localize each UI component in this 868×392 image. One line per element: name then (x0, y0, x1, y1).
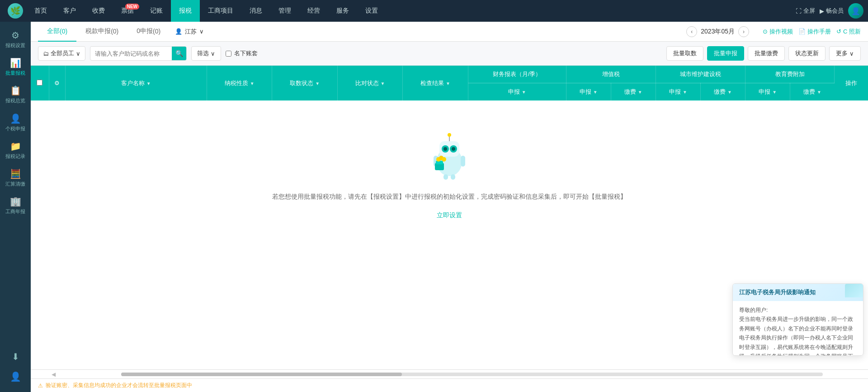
filter-arrow-icon: ∨ (211, 50, 215, 57)
nav-item-industry[interactable]: 工商项目 (200, 0, 241, 22)
sidebar-item-tax-overview[interactable]: 📋 报税总览 (0, 81, 31, 108)
manual-icon: 📄 (798, 28, 806, 35)
video-action[interactable]: ⊙ 操作视频 (763, 28, 793, 36)
date-display: 2023年05月 (701, 28, 735, 36)
header-edu-pay: 缴费▼ (790, 83, 835, 101)
nav-item-invoice[interactable]: 票据 NEW (113, 0, 142, 22)
account-checkbox[interactable] (226, 51, 231, 57)
date-nav: ‹ 2023年05月 › (682, 26, 754, 37)
svg-point-7 (448, 133, 451, 137)
employee-selector[interactable]: 🗂 全部员工 ∨ (38, 46, 85, 61)
search-input[interactable] (90, 46, 172, 61)
filter-icon-fetch[interactable]: ▼ (315, 81, 320, 86)
manual-action[interactable]: 📄 操作手册 (798, 28, 831, 36)
account-checkbox-label[interactable]: 名下账套 (226, 49, 258, 57)
notification-corner-decoration (845, 284, 863, 297)
region-arrow-icon: ∨ (199, 28, 204, 35)
filter-icon-compare[interactable]: ▼ (381, 81, 385, 86)
header-financial-declare: 申报▼ (468, 83, 566, 101)
header-tax-nature: 纳税性质▼ (207, 66, 272, 100)
filter-button[interactable]: 筛选 ∨ (191, 46, 221, 61)
nav-item-message[interactable]: 消息 (241, 0, 270, 22)
filter-icon-vd[interactable]: ▼ (593, 90, 598, 95)
tab-bar: 全部(0) 税款申报(0) 0申报(0) 👤 江苏 ∨ ‹ 2023年05月 › (31, 22, 868, 42)
filter-icon-vp[interactable]: ▼ (638, 90, 642, 95)
nav-item-accounting[interactable]: 记账 (142, 0, 171, 22)
logo[interactable]: 🌿 (5, 0, 26, 22)
batch-fetch-button[interactable]: 批量取数 (666, 46, 703, 61)
employee-selector-arrow: ∨ (76, 50, 80, 57)
tab-all[interactable]: 全部(0) (38, 22, 76, 42)
date-next-btn[interactable]: › (738, 26, 749, 37)
member-btn[interactable]: ▶ 畅会员 (820, 7, 844, 15)
empty-text: 若您想使用批量报税功能，请先在【报税设置】中进行报税的初始化设置，完成密码验证和… (272, 191, 627, 202)
robot-illustration (422, 128, 476, 182)
sidebar-item-annual-report[interactable]: 🏢 工商年报 (0, 191, 31, 219)
sidebar-item-tax-settings[interactable]: ⚙ 报税设置 (0, 25, 31, 53)
status-update-button[interactable]: 状态更新 (788, 46, 826, 61)
header-vat-declare: 申报▼ (566, 83, 611, 101)
header-check-result: 检查结果▼ (403, 66, 468, 100)
fullscreen-icon: ⛶ (796, 8, 802, 14)
refresh-icon: ↺ (836, 28, 841, 35)
select-all-checkbox[interactable] (37, 80, 42, 86)
setup-link[interactable]: 立即设置 (437, 211, 462, 220)
nav-right: ⛶ 全屏 ▶ 畅会员 👤 (796, 3, 863, 19)
sidebar-item-download[interactable]: ⬇ (0, 347, 31, 367)
nav-item-operation[interactable]: 经营 (299, 0, 328, 22)
logo-icon: 🌿 (8, 3, 23, 19)
notification-popup: 江苏电子税务局升级影响通知 ✕ 尊敬的用户: 受当前电子税务局进一步升级的影响，… (732, 283, 863, 356)
sidebar-item-batch-tax[interactable]: 📊 批量报税 (0, 53, 31, 81)
status-text: 验证账密、采集信息均成功的企业才会流转至批量报税页面中 (46, 382, 192, 389)
tax-records-icon: 📁 (10, 141, 21, 152)
more-arrow-icon: ∨ (849, 50, 854, 57)
filter-icon-check[interactable]: ▼ (446, 81, 450, 86)
search-button[interactable]: 🔍 (172, 46, 186, 61)
video-icon: ⊙ (763, 28, 768, 35)
sidebar-item-settlement[interactable]: 🧮 汇算清缴 (0, 164, 31, 191)
nav-item-settings[interactable]: 设置 (357, 0, 386, 22)
more-button[interactable]: 更多 ∨ (829, 46, 861, 61)
date-prev-btn[interactable]: ‹ (686, 26, 697, 37)
batch-declare-button[interactable]: 批量申报 (707, 46, 744, 61)
filter-icon-fd[interactable]: ▼ (522, 90, 526, 95)
filter-icon-ep[interactable]: ▼ (817, 90, 821, 95)
nav-item-manage[interactable]: 管理 (270, 0, 299, 22)
header-checkbox-cell (31, 66, 49, 100)
region-selector[interactable]: 👤 江苏 ∨ (170, 22, 209, 42)
batch-pay-button[interactable]: 批量缴费 (748, 46, 785, 61)
sidebar-item-profile[interactable]: 👤 (0, 367, 31, 387)
nav-item-home[interactable]: 首页 (26, 0, 55, 22)
settings-icon[interactable]: ⚙ (54, 80, 60, 86)
notification-title: 江苏电子税务局升级影响通知 (739, 288, 816, 296)
svg-rect-15 (443, 174, 448, 180)
nav-item-service[interactable]: 服务 (328, 0, 357, 22)
notification-header: 江苏电子税务局升级影响通知 ✕ (733, 284, 863, 301)
horizontal-scrollbar[interactable] (121, 373, 823, 376)
refresh-action[interactable]: ↺ C 照新 (836, 28, 861, 36)
tab-zero-declare[interactable]: 0申报(0) (127, 22, 170, 42)
filter-icon-ed[interactable]: ▼ (772, 90, 777, 95)
header-vat-pay: 缴费▼ (611, 83, 656, 101)
header-customer-name: 客户名称▼ (65, 66, 207, 100)
filter-icon-cd[interactable]: ▼ (683, 90, 687, 95)
sidebar-item-tax-records[interactable]: 📁 报税记录 (0, 136, 31, 164)
header-city-pay: 缴费▼ (700, 83, 745, 101)
filter-icon-customer[interactable]: ▼ (146, 81, 151, 86)
tab-tax-declare[interactable]: 税款申报(0) (76, 22, 127, 42)
filter-icon-cp[interactable]: ▼ (727, 90, 732, 95)
svg-point-14 (442, 157, 446, 162)
fullscreen-btn[interactable]: ⛶ 全屏 (796, 7, 815, 15)
sidebar-item-personal-tax[interactable]: 👤 个税申报 (0, 109, 31, 136)
header-city-construction: 城市维护建设税 (656, 66, 745, 83)
nav-item-customer[interactable]: 客户 (55, 0, 84, 22)
nav-item-billing[interactable]: 收费 (84, 0, 113, 22)
filter-icon-nature[interactable]: ▼ (250, 81, 255, 86)
notification-body: 尊敬的用户: 受当前电子税务局进一步升级的影响，同一个政务网账号（办税人）名下的… (733, 301, 863, 355)
nav-item-tax[interactable]: 报税 (171, 0, 200, 22)
header-compare-status: 比对状态▼ (337, 66, 402, 100)
member-icon: ▶ (820, 8, 824, 14)
svg-point-4 (443, 147, 447, 151)
header-city-declare: 申报▼ (656, 83, 700, 101)
user-avatar[interactable]: 👤 (848, 3, 863, 19)
